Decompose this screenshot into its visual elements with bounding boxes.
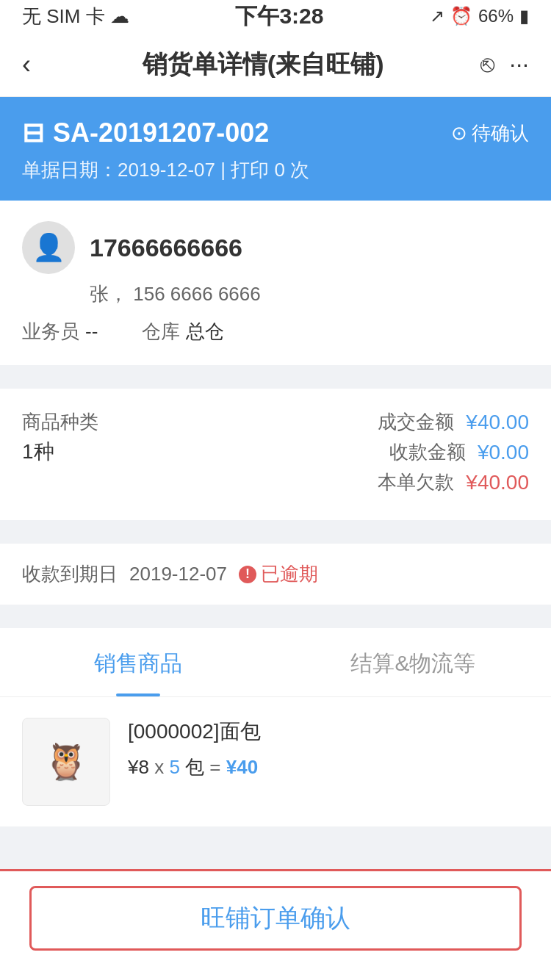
customer-avatar: 👤	[22, 221, 75, 274]
product-info: [0000002]面包 ¥8 x 5 包 = ¥40	[128, 718, 261, 780]
order-icon: ⊟	[22, 118, 44, 148]
status-text: 待确认	[472, 120, 529, 146]
product-type-label: 商品种类	[22, 409, 98, 435]
divider-3	[0, 616, 551, 628]
summary-section: 商品种类 1种 成交金额 ¥40.00 收款金额 ¥0.00 本单欠款 ¥40.…	[0, 389, 551, 520]
order-separator: |	[220, 159, 231, 181]
bottom-bar: 旺铺订单确认	[0, 869, 551, 980]
customer-name: 张， 156 6666 6666	[90, 281, 529, 307]
due-date-label: 收款到期日	[22, 561, 118, 587]
overdue-badge: ! 已逾期	[239, 561, 318, 587]
order-print: 打印 0 次	[231, 159, 309, 181]
tabs-section: 销售商品 结算&物流等 🦉 [0000002]面包 ¥8 x 5 包 = ¥40	[0, 628, 551, 826]
amount-label: 成交金额	[378, 409, 454, 435]
product-type-value: 1种	[22, 438, 98, 466]
status-icon: ⊙	[451, 122, 467, 145]
warehouse-label: 仓库	[142, 319, 180, 345]
divider-1	[0, 377, 551, 389]
product-qty: 5	[169, 756, 179, 778]
warehouse-value: 总仓	[186, 319, 224, 345]
header-card: ⊟ SA-20191207-002 ⊙ 待确认 单据日期：2019-12-07 …	[0, 97, 551, 201]
nav-bar: ‹ 销货单详情(来自旺铺) ⎋ ···	[0, 32, 551, 97]
order-status: ⊙ 待确认	[451, 120, 529, 146]
order-number: ⊟ SA-20191207-002	[22, 118, 269, 148]
owed-value: ¥40.00	[466, 471, 529, 494]
overdue-text: 已逾期	[261, 561, 318, 587]
alarm-icon: ⏰	[450, 6, 472, 26]
amounts-section: 成交金额 ¥40.00 收款金额 ¥0.00 本单欠款 ¥40.00	[378, 409, 529, 500]
overdue-dot-icon: !	[239, 566, 256, 583]
sales-label: 业务员	[22, 319, 79, 345]
tab-settlement[interactable]: 结算&物流等	[276, 628, 551, 696]
back-button[interactable]: ‹	[22, 49, 31, 80]
status-right: ↗ ⏰ 66% ▮	[430, 6, 529, 26]
status-left: 无 SIM 卡 ☁	[22, 4, 129, 29]
battery-status: 66%	[478, 6, 514, 26]
divider-2	[0, 532, 551, 544]
order-number-text: SA-20191207-002	[53, 118, 269, 148]
received-label: 收款金额	[389, 439, 466, 465]
battery-icon: ▮	[519, 6, 529, 26]
customer-phone: 17666666666	[90, 234, 242, 262]
share-icon[interactable]: ⎋	[480, 51, 494, 78]
nav-actions: ⎋ ···	[480, 51, 529, 78]
order-meta: 单据日期：2019-12-07 | 打印 0 次	[22, 157, 529, 183]
product-total: ¥40	[226, 756, 258, 778]
product-price-row: ¥8 x 5 包 = ¥40	[128, 754, 261, 780]
product-name: [0000002]面包	[128, 718, 261, 746]
status-time: 下午3:28	[235, 1, 323, 32]
location-icon: ↗	[430, 6, 444, 26]
sim-status: 无 SIM 卡 ☁	[22, 4, 129, 29]
product-thumbnail: 🦉	[22, 718, 110, 806]
received-value: ¥0.00	[478, 441, 529, 464]
customer-section: 👤 17666666666 张， 156 6666 6666 业务员 -- 仓库…	[0, 201, 551, 365]
product-item: 🦉 [0000002]面包 ¥8 x 5 包 = ¥40	[0, 697, 551, 826]
equals-sign: =	[209, 756, 226, 778]
amount-value: ¥40.00	[466, 411, 529, 434]
sales-value: --	[85, 320, 98, 343]
owed-label: 本单欠款	[378, 469, 454, 495]
product-price: ¥8	[128, 756, 149, 778]
due-date-value: 2019-12-07	[129, 563, 227, 586]
customer-info-row: 业务员 -- 仓库 总仓	[22, 319, 529, 345]
multiply-sign: x	[154, 756, 169, 778]
avatar-icon: 👤	[32, 232, 65, 263]
confirm-button[interactable]: 旺铺订单确认	[29, 886, 522, 951]
more-icon[interactable]: ···	[509, 51, 529, 78]
status-bar: 无 SIM 卡 ☁ 下午3:28 ↗ ⏰ 66% ▮	[0, 0, 551, 32]
tab-sales[interactable]: 销售商品	[0, 628, 276, 696]
due-date-section: 收款到期日 2019-12-07 ! 已逾期	[0, 544, 551, 605]
tabs-row: 销售商品 结算&物流等	[0, 628, 551, 697]
product-logo-icon: 🦉	[44, 741, 88, 782]
product-unit: 包	[185, 756, 204, 778]
order-date: 单据日期：2019-12-07	[22, 159, 215, 181]
page-title: 销货单详情(来自旺铺)	[46, 48, 480, 82]
